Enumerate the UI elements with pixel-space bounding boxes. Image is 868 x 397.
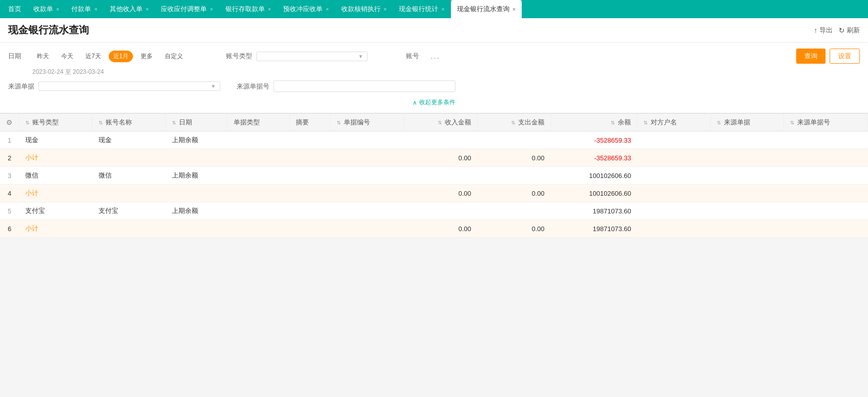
- page-header: 现金银行流水查询 ↑ 导出 ↻ 刷新: [0, 18, 868, 42]
- row-account-type: 微信: [19, 167, 93, 185]
- row-doc-no: [331, 220, 404, 238]
- close-icon[interactable]: ×: [326, 6, 329, 12]
- refresh-icon: ↻: [839, 26, 845, 34]
- nav-item-collection-exec[interactable]: 收款核销执行 ×: [335, 0, 393, 18]
- export-button[interactable]: ↑ 导出: [814, 26, 833, 35]
- row-account-name: [93, 185, 166, 202]
- row-account-type: 小计: [19, 149, 93, 167]
- header-actions: ↑ 导出 ↻ 刷新: [814, 26, 860, 35]
- refresh-button[interactable]: ↻ 刷新: [839, 26, 860, 35]
- account-type-select[interactable]: ▼: [256, 52, 368, 61]
- col-header-account-name[interactable]: ⇅ 账号名称: [93, 114, 166, 131]
- row-counterpart: [637, 220, 711, 238]
- row-doc-no: [331, 202, 404, 220]
- row-date: [166, 149, 227, 167]
- nav-item-ap-adjust[interactable]: 应收应付调整单 ×: [155, 0, 219, 18]
- col-header-source-doc-no[interactable]: ⇅ 来源单据号: [784, 114, 868, 131]
- table-row[interactable]: 1现金现金上期余额-3528659.33: [0, 131, 868, 149]
- row-index: 3: [0, 167, 19, 185]
- account-label: 账号: [406, 52, 426, 61]
- sort-icon: ⇅: [511, 120, 515, 125]
- table-row[interactable]: 6小计0.000.0019871073.60: [0, 220, 868, 238]
- row-summary: [289, 149, 331, 167]
- table-row[interactable]: 4小计0.000.00100102606.60: [0, 185, 868, 202]
- table-header-row: ⚙ ⇅ 账号类型 ⇅ 账号名称 ⇅ 日期 单据类型 摘要: [0, 114, 868, 131]
- col-header-source-doc[interactable]: ⇅ 来源单据: [711, 114, 784, 131]
- source-doc-no-group: 来源单据号: [237, 80, 455, 92]
- table-row[interactable]: 3微信微信上期余额100102606.60: [0, 167, 868, 185]
- close-icon[interactable]: ×: [513, 6, 516, 12]
- nav-item-prepay-offset[interactable]: 预收冲应收单 ×: [277, 0, 335, 18]
- nav-item-receipt[interactable]: 收款单 ×: [27, 0, 65, 18]
- col-header-expense[interactable]: ⇅ 支出金额: [477, 114, 551, 131]
- row-doc-no: [331, 131, 404, 149]
- row-summary: [289, 202, 331, 220]
- col-header-gear[interactable]: ⚙: [0, 114, 19, 131]
- page-title: 现金银行流水查询: [8, 23, 89, 37]
- nav-item-bank-deposit[interactable]: 银行存取款单 ×: [219, 0, 277, 18]
- nav-item-other-income[interactable]: 其他收入单 ×: [104, 0, 155, 18]
- row-counterpart: [637, 202, 711, 220]
- col-header-doc-type[interactable]: 单据类型: [227, 114, 289, 131]
- nav-item-cash-bank-stat[interactable]: 现金银行统计 ×: [393, 0, 450, 18]
- date-btn-yesterday[interactable]: 昨天: [32, 51, 54, 62]
- row-doc-no: [331, 185, 404, 202]
- source-doc-no-input[interactable]: [273, 80, 455, 92]
- row-balance: -3528659.33: [551, 149, 637, 167]
- sort-icon: ⇅: [172, 120, 176, 125]
- nav-item-payment[interactable]: 付款单 ×: [65, 0, 103, 18]
- sort-icon: ⇅: [644, 120, 648, 125]
- row-account-name: [93, 220, 166, 238]
- date-btn-more[interactable]: 更多: [136, 51, 157, 62]
- row-date: 上期余额: [166, 167, 227, 185]
- row-doc-no: [331, 167, 404, 185]
- col-header-account-type[interactable]: ⇅ 账号类型: [19, 114, 93, 131]
- row-doc-type: [227, 185, 289, 202]
- col-header-balance[interactable]: ⇅ 余额: [551, 114, 637, 131]
- chevron-down-icon: ▼: [358, 54, 363, 59]
- row-account-name: 支付宝: [93, 202, 166, 220]
- date-btn-1month[interactable]: 近1月: [109, 51, 133, 62]
- table-row[interactable]: 5支付宝支付宝上期余额19871073.60: [0, 202, 868, 220]
- row-account-type: 小计: [19, 185, 93, 202]
- settings-button[interactable]: 设置: [830, 49, 860, 64]
- row-counterpart: [637, 185, 711, 202]
- row-index: 5: [0, 202, 19, 220]
- row-date: [166, 185, 227, 202]
- account-dots[interactable]: ...: [430, 52, 440, 61]
- filter-area: 日期 昨天 今天 近7天 近1月 更多 自定义 账号类型 ▼ 账号 ...: [0, 42, 868, 113]
- date-btn-custom[interactable]: 自定义: [160, 51, 188, 62]
- col-header-income[interactable]: ⇅ 收入金额: [404, 114, 477, 131]
- date-btn-7days[interactable]: 近7天: [81, 51, 106, 62]
- collapse-bar[interactable]: ∧ 收起更多条件: [8, 96, 860, 107]
- close-icon[interactable]: ×: [268, 6, 271, 12]
- sort-icon: ⇅: [611, 120, 615, 125]
- row-account-name: 微信: [93, 167, 166, 185]
- close-icon[interactable]: ×: [94, 6, 97, 12]
- close-icon[interactable]: ×: [210, 6, 213, 12]
- row-summary: [289, 167, 331, 185]
- close-icon[interactable]: ×: [56, 6, 59, 12]
- row-balance: 100102606.60: [551, 167, 637, 185]
- row-doc-type: [227, 202, 289, 220]
- gear-icon[interactable]: ⚙: [6, 118, 13, 126]
- account-filter-group: 账号 ...: [406, 52, 440, 61]
- col-header-date[interactable]: ⇅ 日期: [166, 114, 227, 131]
- col-header-counterpart[interactable]: ⇅ 对方户名: [637, 114, 711, 131]
- col-header-summary[interactable]: 摘要: [289, 114, 331, 131]
- close-icon[interactable]: ×: [146, 6, 149, 12]
- account-type-filter-group: 账号类型 ▼: [226, 52, 368, 61]
- sort-icon: ⇅: [337, 120, 341, 125]
- col-header-doc-no[interactable]: ⇅ 单据编号: [331, 114, 404, 131]
- close-icon[interactable]: ×: [384, 6, 387, 12]
- row-balance: 19871073.60: [551, 220, 637, 238]
- row-account-name: 现金: [93, 131, 166, 149]
- date-btn-today[interactable]: 今天: [57, 51, 78, 62]
- row-account-type: 小计: [19, 220, 93, 238]
- close-icon[interactable]: ×: [441, 6, 444, 12]
- table-row[interactable]: 2小计0.000.00-3528659.33: [0, 149, 868, 167]
- query-button[interactable]: 查询: [796, 49, 826, 64]
- source-doc-select[interactable]: ▼: [38, 81, 220, 91]
- nav-item-home[interactable]: 首页: [2, 0, 27, 18]
- nav-item-cash-bank-flow[interactable]: 现金银行流水查询 ×: [451, 0, 522, 18]
